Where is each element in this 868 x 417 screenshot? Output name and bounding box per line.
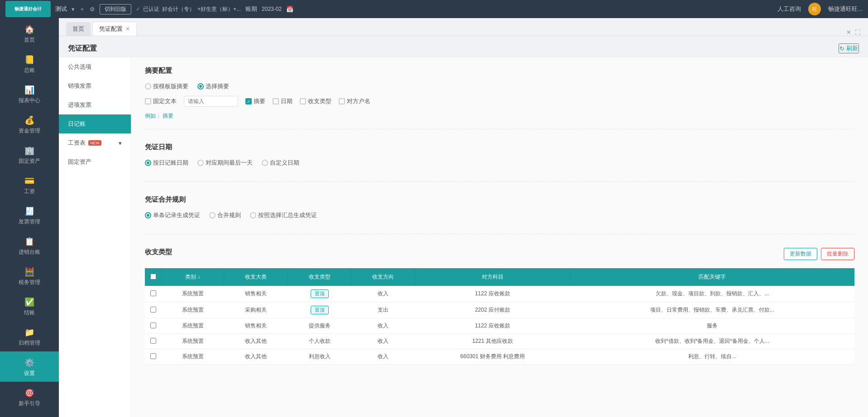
- add-icon[interactable]: ＋: [79, 5, 85, 13]
- radio-single-record[interactable]: 单条记录生成凭证: [145, 211, 200, 219]
- reports-icon: 📊: [24, 85, 34, 95]
- row-checkbox-2[interactable]: [150, 322, 156, 328]
- assets-icon: 🏢: [24, 146, 34, 156]
- row-checkbox-3[interactable]: [150, 338, 156, 344]
- company-dropdown-icon[interactable]: ▾: [72, 6, 75, 13]
- td-direction-1: 支出: [351, 302, 415, 318]
- radio-circle-last-day: [197, 160, 204, 166]
- td-type-4: 利息收入: [288, 349, 351, 365]
- sidebar-item-funds[interactable]: 💰 资金管理: [0, 109, 59, 139]
- td-main-type-1: 采购相关: [224, 302, 288, 318]
- checkbox-summary[interactable]: ✓ 摘要: [245, 97, 265, 105]
- sidebar-item-tax[interactable]: 🧮 税务管理: [0, 261, 59, 291]
- window-maximize-icon[interactable]: ⛶: [855, 29, 861, 36]
- settings-icon[interactable]: ⚙: [90, 6, 95, 13]
- td-keywords-4: 利息、行转、续自...: [571, 349, 854, 365]
- radio-select-summary[interactable]: 选择摘要: [197, 82, 229, 90]
- type-tag-btn-1[interactable]: 置顶: [311, 306, 329, 314]
- table-action-row: 更新数据 批量删除: [784, 248, 854, 260]
- left-nav-sales-invoice[interactable]: 销项发票: [59, 76, 131, 95]
- period-value: 2023-02: [262, 6, 282, 12]
- sidebar-item-home[interactable]: 🏠 首页: [0, 18, 59, 48]
- main-layout: 🏠 首页 📒 总账 📊 报表中心 💰 资金管理 🏢 固定资产 💳 工资 🧾 发票…: [0, 18, 868, 417]
- top-bar-right: 人工咨询 旺 畅捷通旺旺...: [777, 3, 863, 15]
- checkbox-fixed-text[interactable]: 固定文本: [145, 97, 177, 105]
- page-header: 凭证配置 ↻ 刷新: [59, 36, 868, 57]
- radio-journal-date[interactable]: 按日记账日期: [145, 159, 188, 167]
- sidebar-item-purchase[interactable]: 📋 进销台账: [0, 230, 59, 261]
- left-nav-public[interactable]: 公共选项: [59, 57, 131, 76]
- verified-badge: ✓: [136, 6, 140, 12]
- sidebar-item-close[interactable]: ✅ 结账: [0, 291, 59, 321]
- checkbox-box-date: [273, 98, 279, 104]
- th-category: 类别 ↓: [162, 269, 224, 286]
- refresh-btn[interactable]: ↻ 刷新: [839, 43, 859, 53]
- sidebar-item-archive[interactable]: 📁 归档管理: [0, 321, 59, 351]
- radio-summary-generate[interactable]: 按照选择汇总生成凭证: [250, 211, 317, 219]
- radio-merge-rule[interactable]: 合并规则: [209, 211, 241, 219]
- good-acc-badge: 好会计（专）: [162, 5, 195, 13]
- sidebar-item-invoice[interactable]: 🧾 发票管理: [0, 200, 59, 230]
- example-text: 例如： 摘要: [145, 112, 854, 120]
- batch-delete-btn[interactable]: 批量删除: [821, 248, 854, 260]
- td-direction-3: 收入: [351, 334, 415, 349]
- salary-icon: 💳: [24, 176, 34, 186]
- row-checkbox-1[interactable]: [150, 307, 156, 313]
- sidebar-item-assets[interactable]: 🏢 固定资产: [0, 139, 59, 170]
- summary-radio-group: 按模板版摘要 选择摘要: [145, 82, 854, 90]
- radio-custom-date[interactable]: 自定义日期: [262, 159, 299, 167]
- service-btn[interactable]: 人工咨询: [777, 5, 801, 13]
- sidebar-item-salary[interactable]: 💳 工资: [0, 170, 59, 200]
- fixed-text-input[interactable]: [184, 96, 238, 107]
- summary-config-title: 摘要配置: [145, 66, 854, 75]
- sidebar-item-ledger[interactable]: 📒 总账: [0, 48, 59, 79]
- checkbox-row: 固定文本 ✓ 摘要 日期 收支类型: [145, 96, 854, 107]
- select-all-checkbox[interactable]: [150, 274, 156, 280]
- radio-circle-summary-gen: [250, 212, 256, 218]
- radio-last-day[interactable]: 对应期间最后一天: [197, 159, 253, 167]
- close-account-icon: ✅: [24, 297, 34, 307]
- td-account-3: 1221 其他应收款: [415, 334, 570, 349]
- tab-close-icon[interactable]: ✕: [125, 26, 130, 32]
- username: 畅捷通旺旺...: [828, 5, 863, 13]
- row-checkbox-4[interactable]: [150, 353, 156, 359]
- checkbox-io-type[interactable]: 收支类型: [300, 97, 331, 105]
- type-tag-btn-0[interactable]: 置顶: [311, 289, 329, 298]
- sidebar-item-settings[interactable]: ⚙️ 设置: [0, 351, 59, 382]
- period-label: 账期: [245, 5, 257, 13]
- left-nav-payroll[interactable]: 工资表 NEW ▾: [59, 133, 131, 152]
- sidebar-item-reports[interactable]: 📊 报表中心: [0, 79, 59, 109]
- voucher-merge-radio-group: 单条记录生成凭证 合并规则 按照选择汇总生成凭证: [145, 211, 854, 219]
- avatar: 旺: [808, 3, 821, 15]
- calendar-icon[interactable]: 📅: [286, 6, 293, 13]
- td-main-type-4: 收入其他: [224, 349, 288, 365]
- left-nav-purchase-invoice[interactable]: 进项发票: [59, 95, 131, 114]
- left-nav-journal[interactable]: 日记账: [59, 114, 131, 133]
- sidebar-item-guide[interactable]: 🎯 新手引导: [0, 382, 59, 412]
- voucher-merge-title: 凭证合并规则: [145, 195, 854, 204]
- home-icon: 🏠: [24, 24, 34, 34]
- checkbox-date[interactable]: 日期: [273, 97, 293, 105]
- income-expense-table: 类别 ↓ 收支大类 收支类型 收支方向: [145, 268, 854, 365]
- update-data-btn[interactable]: 更新数据: [784, 248, 817, 260]
- td-keywords-2: 服务: [571, 318, 854, 334]
- tab-home[interactable]: 首页: [66, 22, 91, 36]
- switch-old-btn[interactable]: 切到旧版: [100, 4, 131, 14]
- radio-circle-journal-date: [145, 160, 151, 166]
- tab-voucher-config[interactable]: 凭证配置 ✕: [92, 22, 137, 36]
- window-close-icon[interactable]: ✕: [846, 29, 851, 36]
- checkbox-box-fixed: [145, 98, 151, 104]
- row-checkbox-0[interactable]: [150, 290, 156, 296]
- td-category-0: 系统预置: [162, 286, 224, 302]
- checkbox-box-summary: ✓: [245, 98, 252, 104]
- left-nav-fixed-assets[interactable]: 固定资产: [59, 152, 131, 171]
- radio-template-summary[interactable]: 按模板版摘要: [145, 82, 188, 90]
- radio-circle-select: [197, 83, 204, 90]
- td-type-0: 置顶: [288, 286, 351, 302]
- td-category-3: 系统预置: [162, 334, 224, 349]
- voucher-date-title: 凭证日期: [145, 143, 854, 152]
- sidebar-item-member[interactable]: 👑 畅会员: [0, 412, 59, 417]
- left-nav: 公共选项 销项发票 进项发票 日记账 工资表 NEW ▾ 固定资产: [59, 57, 131, 417]
- checkbox-box-io-type: [300, 98, 306, 104]
- checkbox-counterpart-name[interactable]: 对方户名: [339, 97, 370, 105]
